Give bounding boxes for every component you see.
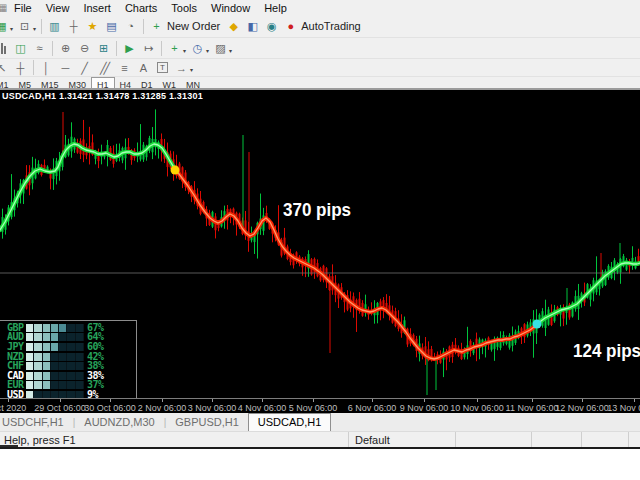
axis-label: 3 Nov 06:00 — [188, 403, 237, 413]
status-cell — [628, 432, 640, 447]
tile-windows-icon[interactable]: ⊞ — [95, 40, 112, 56]
axis-label: 30 Oct 06:00 — [84, 403, 136, 413]
web-community-icon[interactable]: ◉ — [263, 18, 280, 34]
strength-bar-segment — [43, 381, 50, 389]
indicators-icon[interactable]: + — [166, 40, 183, 56]
axis-label: Oct 2020 — [0, 403, 26, 413]
strength-bar-segment — [67, 372, 74, 380]
axis-label: 2 Nov 06:00 — [138, 403, 187, 413]
axis-label: 10 Nov 06:00 — [450, 403, 504, 413]
strength-bar-segment — [59, 362, 66, 370]
bar-chart-icon[interactable] — [0, 40, 10, 56]
menu-item-charts[interactable]: Charts — [118, 1, 164, 15]
strength-bar-segment — [76, 343, 83, 351]
strength-bar-segment — [76, 353, 83, 361]
menu-item-view[interactable]: View — [39, 1, 77, 15]
strength-bar-segment — [26, 353, 33, 361]
strength-bar-segment — [59, 333, 66, 341]
data-window-icon[interactable]: ▤ — [103, 18, 120, 34]
strength-bar-segment — [26, 333, 33, 341]
periods-icon[interactable]: ◷ — [189, 40, 206, 56]
chart-shift-icon[interactable]: ↦ — [140, 40, 157, 56]
cursor-icon[interactable]: ↖ — [0, 60, 10, 76]
annotation-370-pips: 370 pips — [283, 200, 351, 222]
strength-bar-segment — [67, 381, 74, 389]
strength-bar-segment — [51, 372, 58, 380]
strength-bar-segment — [76, 372, 83, 380]
fibonacci-icon[interactable]: ≡ — [116, 60, 133, 76]
market-watch-icon[interactable]: ▥ — [46, 18, 63, 34]
strength-bar-segment — [43, 353, 50, 361]
chart-tab-usdcadh1[interactable]: USDCAD,H1 — [248, 413, 332, 431]
profiles-dropdown-icon[interactable]: ▾ — [33, 25, 36, 32]
strength-bar-segment — [67, 353, 74, 361]
text-icon[interactable]: A — [135, 60, 152, 76]
new-order-button[interactable]: New Order — [167, 20, 220, 32]
axis-label: 12 Nov 06:00 — [555, 403, 609, 413]
candlestick-chart-icon[interactable]: ◫ — [12, 40, 29, 56]
status-cell — [455, 432, 531, 447]
strength-bar-segment — [34, 372, 41, 380]
strength-bar-segment — [43, 343, 50, 351]
horizontal-line-icon[interactable]: ─ — [57, 60, 74, 76]
chart-window[interactable]: USDCAD,H1 1.31421 1.31478 1.31285 1.3130… — [0, 88, 640, 413]
chart-tab-usdchfh1[interactable]: USDCHF,H1 — [0, 414, 73, 431]
strength-bar — [26, 362, 84, 370]
menu-item-file[interactable]: File — [7, 1, 39, 15]
strength-bar-segment — [43, 362, 50, 370]
new-order-icon[interactable]: + — [148, 18, 165, 34]
navigator-icon[interactable]: ┼ — [65, 18, 82, 34]
periods-dropdown-icon[interactable]: ▾ — [206, 47, 209, 54]
strength-bar — [26, 381, 84, 389]
channel-icon[interactable]: ╱╱ — [95, 60, 112, 76]
strength-bar-segment — [34, 353, 41, 361]
scripts-icon[interactable]: ◆ — [225, 18, 242, 34]
trendline-icon[interactable]: ╱ — [76, 60, 93, 76]
strength-bar-segment — [51, 353, 58, 361]
strength-bar-segment — [34, 324, 41, 332]
vertical-line-icon[interactable]: │ — [38, 60, 55, 76]
zoom-out-icon[interactable]: ⊖ — [76, 40, 93, 56]
line-chart-icon[interactable]: ≈ — [31, 40, 48, 56]
autotrading-button[interactable]: AutoTrading — [301, 20, 361, 32]
strength-bar-segment — [51, 324, 58, 332]
axis-label: 6 Nov 06:00 — [348, 403, 397, 413]
axis-label: 4 Nov 06:00 — [238, 403, 287, 413]
chart-tab-audnzdm30[interactable]: AUDNZD,M30 — [75, 414, 163, 431]
profiles-icon[interactable]: ⊡ — [16, 18, 33, 34]
menu-item-tools[interactable]: Tools — [164, 1, 204, 15]
new-chart-icon[interactable]: ▦ — [0, 18, 10, 34]
templates-icon[interactable]: ▨ — [212, 40, 229, 56]
strength-panel: GBP67%AUD64%JPY60%NZD42%CHF38%CAD38%EUR3… — [0, 320, 137, 400]
axis-tick — [110, 399, 111, 402]
strength-bar-segment — [51, 343, 58, 351]
metaeditor-icon[interactable]: ◧ — [244, 18, 261, 34]
menu-item-window[interactable]: Window — [204, 1, 257, 15]
chart-tabs-bar: USDCHF,H1|AUDNZD,M30|GBPUSD,H1USDCAD,H1 — [0, 413, 640, 432]
crosshair-icon[interactable]: ┼ — [12, 60, 29, 76]
templates-dropdown-icon[interactable]: ▾ — [229, 47, 232, 54]
strength-bar-segment — [67, 324, 74, 332]
arrows-dropdown-icon[interactable]: ▾ — [190, 66, 193, 73]
arrows-icon[interactable]: → — [173, 60, 190, 76]
menu-item-insert[interactable]: Insert — [76, 1, 118, 15]
strength-bar-segment — [59, 381, 66, 389]
autotrading-icon[interactable]: ● — [282, 18, 299, 34]
auto-scroll-icon[interactable]: ▶ — [121, 40, 138, 56]
text-label-icon[interactable]: T — [154, 60, 171, 76]
screen: ▦ FileViewInsertChartsToolsWindowHelp ▦ … — [0, 0, 640, 480]
status-cell — [531, 432, 581, 447]
strategy-tester-icon[interactable]: ◔ — [122, 18, 139, 34]
chart-tab-gbpusdh1[interactable]: GBPUSD,H1 — [166, 414, 248, 431]
strength-bar — [26, 324, 84, 332]
indicators-dropdown-icon[interactable]: ▾ — [183, 47, 186, 54]
menu-item-help[interactable]: Help — [257, 1, 294, 15]
favorites-icon[interactable]: ★ — [84, 18, 101, 34]
strength-bar-segment — [67, 362, 74, 370]
chart-ohlc-title: USDCAD,H1 1.31421 1.31478 1.31285 1.3130… — [0, 90, 640, 102]
zoom-in-icon[interactable]: ⊕ — [57, 40, 74, 56]
new-chart-dropdown-icon[interactable]: ▾ — [10, 25, 13, 32]
strength-bar-segment — [67, 333, 74, 341]
strength-bar-segment — [34, 333, 41, 341]
strength-bar-segment — [51, 381, 58, 389]
